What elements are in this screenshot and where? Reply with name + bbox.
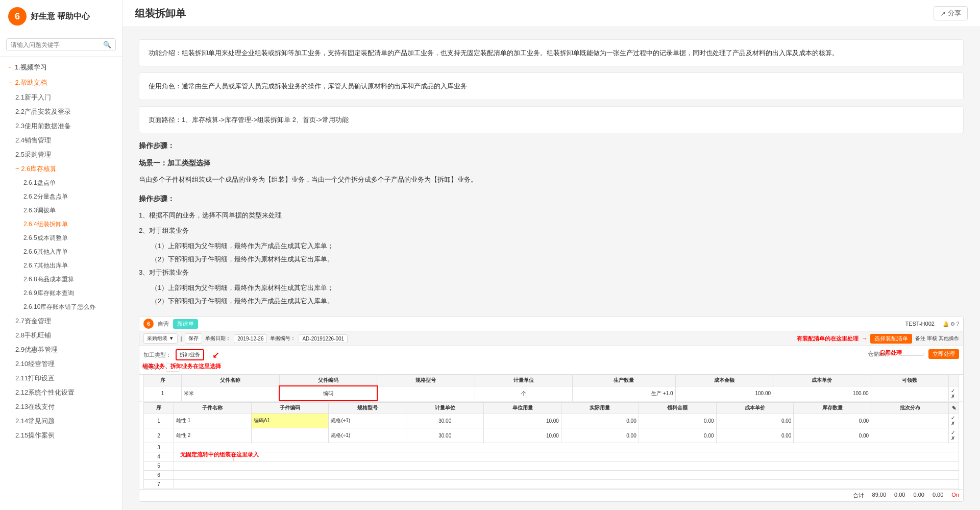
sidebar-item-purchase-mgmt[interactable]: 2.5采购管理 xyxy=(0,148,122,162)
sidebar-item-video-learning[interactable]: + 1.视频学习 xyxy=(0,60,122,75)
sidebar-item-online-payment[interactable]: 2.13在线支付 xyxy=(0,400,122,414)
search-input[interactable] xyxy=(11,41,103,48)
th-sub-ops: ✎ xyxy=(949,403,959,414)
sidebar-item-other-in[interactable]: 2.6.6其他入库单 xyxy=(0,245,122,259)
td-qty: 生产 +1.0 xyxy=(573,386,675,401)
sidebar-item-transfer[interactable]: 2.6.3调拨单 xyxy=(0,204,122,217)
mock-btn-save: 保存 xyxy=(185,333,202,344)
sidebar-item-newcomer[interactable]: 2.1新手入门 xyxy=(0,90,122,105)
mock-upper-table-wrap: 序 父件名称 父件编码 规格型号 计量单位 生产数量 成本金额 成本单价 可领数 xyxy=(139,375,963,401)
th-sub-unit: 计量单位 xyxy=(406,403,484,414)
steps-title: 操作步骤： xyxy=(139,195,964,204)
mock-bottom-totals: 合计 89.00 0.00 0.00 0.00 On xyxy=(139,489,963,501)
step-2-1: （1）上部明细为父件明细，最终作为产成品生成其它入库单； xyxy=(139,239,964,253)
sidebar-item-ledger-error[interactable]: 2.6.10库存账本错了怎么办 xyxy=(0,300,122,314)
th-unit: 计量单位 xyxy=(475,375,572,386)
table-row: 2 雄性 2 规格(÷1) 30.00 10.00 0.00 0.00 0.00… xyxy=(144,428,959,443)
table-row: 1 雄性 1 编码A1 规格(÷1) 30.00 10.00 0.00 0.00… xyxy=(144,414,959,428)
mock-form-row2: 经手人： xyxy=(143,363,959,371)
mock-dropdown-type: 采购组装 ▼ xyxy=(143,333,178,344)
th-available: 可领数 xyxy=(871,375,948,386)
share-icon: ↗ xyxy=(940,10,946,17)
brand-name: 好生意 帮助中心 xyxy=(31,11,90,22)
sidebar-item-operation-cases[interactable]: 2.15操作案例 xyxy=(0,428,122,443)
sidebar-item-help-docs[interactable]: − 2.帮助文档 xyxy=(0,75,122,90)
operations-title: 操作步骤： xyxy=(139,141,964,151)
sidebar-item-inventory[interactable]: − 2.6库存核算 xyxy=(0,162,122,176)
share-button[interactable]: ↗ 分享 xyxy=(934,6,968,20)
sidebar-item-assembly-disassembly[interactable]: 2.6.4组装拆卸单 xyxy=(0,217,122,231)
sidebar-item-capital-mgmt[interactable]: 2.7资金管理 xyxy=(0,314,122,328)
th-sub-actual: 实际用量 xyxy=(561,403,639,414)
sidebar-item-mobile-shop[interactable]: 2.8手机旺铺 xyxy=(0,328,122,343)
sidebar-item-partial-stocktake[interactable]: 2.6.2分量盘点单 xyxy=(0,190,122,204)
inventory-subitems: 2.6.1盘点单 2.6.2分量盘点单 2.6.3调拨单 2.6.4组装拆卸单 … xyxy=(0,176,122,314)
mock-process-btn: 选择装配清单 xyxy=(870,334,912,344)
total-3: 0.00 xyxy=(913,492,924,499)
td-row-ops: ✓ ✗ xyxy=(949,386,959,401)
search-icon[interactable]: 🔍 xyxy=(103,41,111,48)
search-wrap: 🔍 xyxy=(6,38,116,51)
mock-lower-table-wrap: 序 子件名称 子件编码 规格型号 计量单位 单位用量 实际用量 领料金额 成本单… xyxy=(139,402,963,489)
th-sub-cost-price: 成本单价 xyxy=(716,403,794,414)
sidebar-item-cost-recalc[interactable]: 2.6.8商品成本重算 xyxy=(0,273,122,286)
mock-date-label: 单据日期： xyxy=(205,335,231,342)
th-sub-batch: 批次分布 xyxy=(871,403,949,414)
sidebar-item-data-prep[interactable]: 2.3使用前数据准备 xyxy=(0,119,122,133)
page-title: 组装拆卸单 xyxy=(135,7,186,20)
step-2-2: （2）下部明细为子件明细，最终作为原材料生成其它出库单。 xyxy=(139,253,964,266)
table-row: 4 xyxy=(144,452,959,462)
sidebar-item-stocktake[interactable]: 2.6.1盘点单 xyxy=(0,176,122,190)
screenshot-container: 6 自营 新建单 TEST-H002 🔔 ⚙ ? 采购组装 ▼ | 保存 单据日… xyxy=(139,316,964,502)
arrow-4: ↑ xyxy=(231,452,236,464)
scenario-title: 场景一：加工类型选择 xyxy=(139,159,964,168)
table-row: 1 米米 编码 个 生产 +1.0 100.00 100.00 ✓ ✗ xyxy=(144,386,959,401)
mock-actions: 备注 审核 其他操作 xyxy=(915,335,959,342)
sidebar-item-other-out[interactable]: 2.6.7其他出库单 xyxy=(0,259,122,273)
sidebar-item-ledger-query[interactable]: 2.6.9库存账本查询 xyxy=(0,286,122,300)
help-docs-subitems: 2.1新手入门 2.2产品安装及登录 2.3使用前数据准备 2.4销售管理 2.… xyxy=(0,90,122,443)
step-2: 2、对于组装业务 xyxy=(139,224,964,237)
arrow-2: ↙ xyxy=(212,350,219,360)
mock-form-area: 加工类型： 拆卸业务 ↙ 仓储出库： 立即处理 经手人： xyxy=(139,346,963,375)
mock-submit-btn: 立即处理 xyxy=(928,349,959,359)
mock-lower-table: 序 子件名称 子件编码 规格型号 计量单位 单位用量 实际用量 领料金额 成本单… xyxy=(143,402,959,489)
table-row: 5 xyxy=(144,462,959,471)
sidebar-item-personalization[interactable]: 2.12系统个性化设置 xyxy=(0,385,122,400)
mock-billno: AD-20191226-001 xyxy=(299,334,348,343)
td-seq: 1 xyxy=(144,386,182,401)
td-cost-price: 100.00 xyxy=(773,386,871,401)
total-2: 0.00 xyxy=(894,492,905,499)
sidebar-item-install-login[interactable]: 2.2产品安装及登录 xyxy=(0,105,122,119)
total-4: 0.00 xyxy=(933,492,943,499)
step-3: 3、对于拆装业务 xyxy=(139,266,964,279)
mock-company: 自营 xyxy=(158,320,169,328)
sidebar-item-sales-mgmt[interactable]: 2.4销售管理 xyxy=(0,133,122,148)
th-sub-stock: 库存数量 xyxy=(794,403,871,414)
sidebar-header: 6 好生意 帮助中心 xyxy=(0,0,122,33)
annotation-4: 无固定流转中的组装在这里录入 xyxy=(180,451,259,458)
total-1: 89.00 xyxy=(872,492,887,499)
th-spec: 规格型号 xyxy=(377,375,475,386)
sidebar-item-print-settings[interactable]: 2.11打印设置 xyxy=(0,371,122,385)
td-unit: 个 xyxy=(475,386,572,401)
scenario-desc: 当由多个子件材料组装成一个成品的业务为【组装】业务，当由一个父件拆分成多个子产品… xyxy=(139,173,964,186)
expand-icon: + xyxy=(8,64,12,71)
table-row: 6 xyxy=(144,471,959,480)
logo-icon: 6 xyxy=(8,7,27,26)
sidebar-item-faq[interactable]: 2.14常见问题 xyxy=(0,414,122,428)
th-sub-code: 子件编码 xyxy=(251,403,329,414)
th-sub-name: 子件名称 xyxy=(174,403,251,414)
th-seq: 序 xyxy=(144,375,182,386)
th-parent-code: 父件编码 xyxy=(279,375,377,386)
mock-billno-label: 单据编号： xyxy=(270,335,296,342)
mock-tab-active: 新建单 xyxy=(173,319,198,329)
sidebar-item-coupon-mgmt[interactable]: 2.9优惠券管理 xyxy=(0,343,122,357)
main-content: 组装拆卸单 ↗ 分享 功能介绍：组装拆卸单用来处理企业组装或拆卸等加工业务，支持… xyxy=(122,0,980,510)
th-qty: 生产数量 xyxy=(573,375,675,386)
sidebar-item-cost-adjust[interactable]: 2.6.5成本调整单 xyxy=(0,231,122,245)
annotation-1: 有装配清单的在这里处理 xyxy=(797,335,859,343)
table-row: 3 xyxy=(144,443,959,452)
sidebar-item-ops-mgmt[interactable]: 2.10经营管理 xyxy=(0,357,122,371)
th-sub-spec: 规格型号 xyxy=(329,403,406,414)
